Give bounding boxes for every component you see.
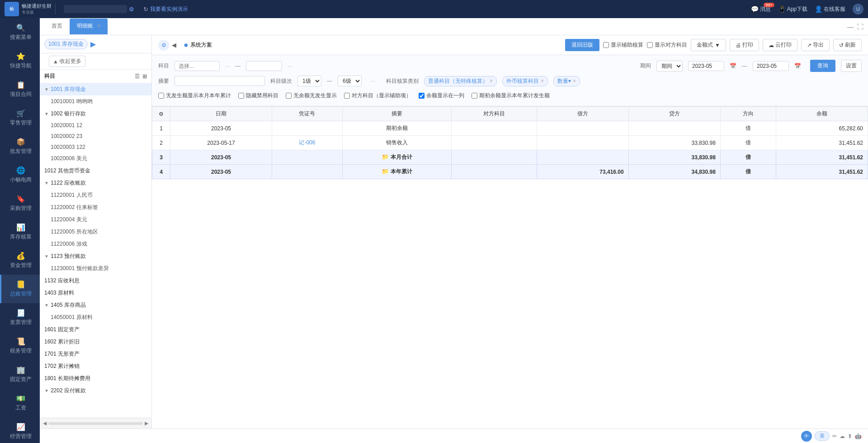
user-info[interactable]: U — [853, 4, 863, 14]
tree-item-10020003[interactable]: 10020003 122 — [40, 142, 151, 152]
sidebar-item-salary[interactable]: 💵 工资 — [0, 389, 40, 417]
tab-close-icon[interactable]: × — [97, 23, 100, 29]
level-to-select[interactable]: 6级 — [338, 76, 362, 86]
sidebar-item-ecommerce[interactable]: 🌐 小畅电商 — [0, 161, 40, 189]
option-hide-disabled-input[interactable] — [238, 93, 244, 99]
option-balance-one-col[interactable]: 余额显示在一列 — [419, 92, 464, 100]
filter-settings-btn[interactable]: 设置 — [841, 60, 862, 72]
period-start-input[interactable] — [688, 61, 724, 71]
sidebar-item-inventory[interactable]: 📊 库存核算 — [0, 218, 40, 246]
cloud-print-btn[interactable]: ☁ 云打印 — [763, 39, 797, 51]
cell-voucher-2[interactable]: 记-006 — [272, 136, 343, 150]
tree-item-11220004[interactable]: 11220004 美元 — [40, 214, 151, 226]
sidebar-item-tax[interactable]: 📜 税务管理 — [0, 332, 40, 360]
print-btn[interactable]: 🖨 打印 — [730, 39, 759, 51]
level-from-select[interactable]: 1级 — [297, 76, 321, 86]
option-opposite-subject[interactable]: 对方科目（显示辅助项） — [344, 92, 411, 100]
sidebar-item-ledger[interactable]: 📒 总账管理 — [0, 275, 40, 303]
tree-item-1132[interactable]: 1132 应收利息 — [40, 275, 151, 287]
tab-detail[interactable]: 明细账 × — [70, 19, 108, 34]
tree-item-11230001[interactable]: 11230001 预付账款差异 — [40, 262, 151, 275]
show-aux-input[interactable] — [603, 42, 609, 48]
online-service-btn[interactable]: 👤 在线客服 — [815, 5, 845, 13]
subject-end-input[interactable] — [246, 61, 282, 71]
voucher-link-2[interactable]: 记-006 — [299, 139, 315, 146]
tree-item-11220005[interactable]: 11220005 所在地区 — [40, 226, 151, 238]
horizontal-scrollbar[interactable] — [48, 422, 143, 425]
tree-item-11220001[interactable]: 11220001 人民币 — [40, 189, 151, 201]
calc-tag-1[interactable]: 普通科目（无特殊核算） × — [424, 76, 497, 86]
amount-format-btn[interactable]: 金额式 ▼ — [691, 39, 726, 51]
tree-item-1601[interactable]: 1601 固定资产 — [40, 324, 151, 336]
tree-item-1002[interactable]: ▼ 1002 银行存款 — [40, 108, 151, 120]
settings-icon[interactable]: ⚙ — [129, 6, 134, 13]
option-no-balance-input[interactable] — [286, 93, 292, 99]
back-old-btn[interactable]: 退回旧版 — [565, 39, 599, 51]
edit-icon[interactable]: ✏ — [832, 433, 837, 439]
query-btn[interactable]: 查询 — [810, 60, 835, 72]
tab-expand-icon[interactable]: ⛶ — [857, 23, 863, 30]
sidebar-item-finance[interactable]: 💰 资金管理 — [0, 246, 40, 275]
sidebar-item-quick-nav[interactable]: ⭐ 快捷导航 — [0, 47, 40, 75]
tab-minimize-icon[interactable]: — — [847, 23, 854, 30]
period-calendar-icon[interactable]: 📅 — [730, 63, 736, 69]
col-settings[interactable]: ⚙ — [152, 107, 170, 121]
option-initial-balance-input[interactable] — [472, 93, 477, 99]
cloud-sync-icon[interactable]: ☁ — [840, 433, 845, 439]
option-no-amount-input[interactable] — [158, 93, 164, 99]
tree-item-1405[interactable]: ▼ 1405 库存商品 — [40, 299, 151, 311]
tree-item-10020002[interactable]: 10020002 23 — [40, 131, 151, 142]
sidebar-item-purchase[interactable]: 🔖 采购管理 — [0, 189, 40, 218]
tree-item-11220002[interactable]: 11220002 往来标签 — [40, 201, 151, 214]
filter-gear-btn[interactable]: ⚙ — [158, 40, 169, 51]
tree-item-1602[interactable]: 1602 累计折旧 — [40, 336, 151, 348]
collapse-more-btn[interactable]: ▲ 收起更多 — [49, 56, 85, 67]
period-end-calendar-icon[interactable]: 📅 — [794, 63, 801, 69]
app-download-btn[interactable]: 📱 App下载 — [778, 5, 807, 13]
filter-collapse-btn[interactable]: ◀ — [172, 42, 176, 48]
tab-home[interactable]: 首页 — [44, 19, 70, 34]
tree-item-10020006[interactable]: 10020006 美元 — [40, 152, 151, 165]
calc-tag-1-close[interactable]: × — [490, 78, 493, 84]
tree-item-1701[interactable]: 1701 无形资产 — [40, 348, 151, 360]
tree-item-1403[interactable]: 1403 原材料 — [40, 287, 151, 299]
list-view-icon[interactable]: ☰ — [135, 73, 140, 80]
demo-button[interactable]: 我要看实例演示 — [150, 5, 188, 13]
lang-btn[interactable]: 中 — [801, 431, 812, 442]
tree-scroll-right[interactable]: ▶ — [143, 419, 150, 427]
option-no-balance[interactable]: 无余额无发生显示 — [286, 92, 337, 100]
sidebar-item-project[interactable]: 📋 项目合同 — [0, 75, 40, 104]
tree-item-1702[interactable]: 1702 累计摊销 — [40, 360, 151, 372]
eat-btn[interactable]: 英 — [815, 431, 830, 441]
calc-tag-2[interactable]: 外币核算科目 × — [502, 76, 548, 86]
period-end-input[interactable] — [753, 61, 789, 71]
current-account-tag[interactable]: 1001 库存现金 — [44, 39, 88, 49]
tree-item-11220006[interactable]: 11220006 游戏 — [40, 238, 151, 250]
sidebar-item-fixed-assets[interactable]: 🏢 固定资产 — [0, 360, 40, 389]
expand-tree-icon[interactable]: ⊞ — [142, 73, 147, 80]
tree-item-10010001[interactable]: 10010001 哟哟哟 — [40, 95, 151, 108]
tree-item-1122[interactable]: ▼ 1122 应收账款 — [40, 177, 151, 189]
calc-tag-3[interactable]: 数量▾ × — [553, 76, 580, 86]
tree-item-1123[interactable]: ▼ 1123 预付账款 — [40, 250, 151, 262]
option-opposite-subject-input[interactable] — [344, 93, 350, 99]
calc-tag-3-close[interactable]: × — [573, 78, 576, 84]
sidebar-item-wholesale[interactable]: 📦 批发管理 — [0, 132, 40, 161]
cloud-upload-icon[interactable]: ⬆ — [848, 433, 852, 439]
tree-item-10020001[interactable]: 10020001 12 — [40, 120, 151, 131]
tree-item-1801[interactable]: 1801 长期待摊费用 — [40, 372, 151, 385]
tree-item-1001[interactable]: ▼ 1001 库存现金 — [40, 83, 151, 95]
nav-right-arrow[interactable]: ▶ — [90, 40, 96, 48]
tree-item-14050001[interactable]: 14050001 原材料 — [40, 311, 151, 324]
subject-input[interactable] — [175, 61, 220, 71]
message-badge[interactable]: 💬 消息 99+ — [751, 5, 771, 13]
export-btn[interactable]: ↗ 导出 — [801, 39, 830, 51]
tree-scroll-left[interactable]: ◀ — [41, 419, 48, 427]
sidebar-item-search[interactable]: 🔍 搜索菜单 — [0, 18, 40, 47]
show-opposite-input[interactable] — [647, 42, 653, 48]
option-balance-one-col-input[interactable] — [419, 93, 425, 99]
tree-item-1012[interactable]: 1012 其他货币资金 — [40, 165, 151, 177]
sidebar-item-retail[interactable]: 🛒 零售管理 — [0, 104, 40, 132]
sidebar-item-invoice[interactable]: 🧾 发票管理 — [0, 303, 40, 332]
period-type-select[interactable]: 期间 — [656, 61, 683, 71]
